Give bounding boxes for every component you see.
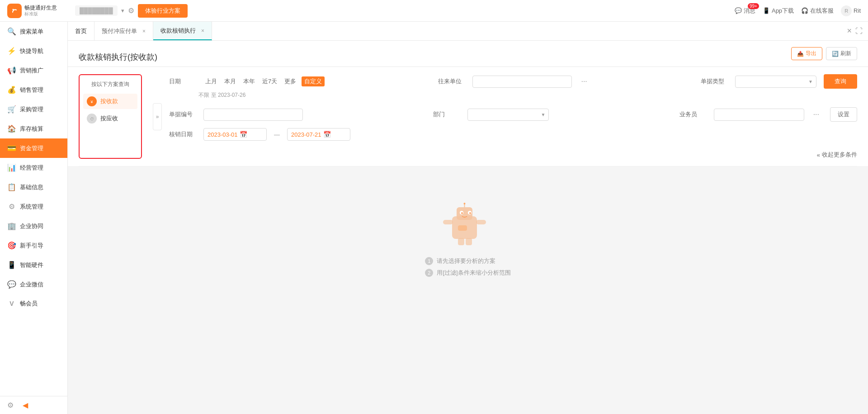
sidebar-label: 系统管理 — [20, 203, 43, 211]
enterprise-icon: 🏢 — [7, 222, 16, 230]
sidebar-item-sales[interactable]: 💰 销售管理 — [0, 80, 67, 100]
logo-icon — [7, 4, 22, 18]
phone-icon: 📱 — [763, 7, 770, 14]
message-badge: 99+ — [748, 3, 759, 9]
sidebar-item-vip[interactable]: V 畅会员 — [0, 294, 67, 313]
tab-prepay[interactable]: 预付冲应付单 × — [94, 22, 153, 40]
export-btn[interactable]: 📤 导出 — [791, 47, 822, 60]
online-service-btn[interactable]: 🎧 在线客服 — [801, 7, 834, 15]
tab-receipt-cancel-label: 收款核销执行 — [160, 27, 196, 35]
filter-option-by-receipt[interactable]: ¥ 按收款 — [83, 94, 137, 109]
sidebar: 🔍 搜索菜单 ⚡ 快捷导航 📢 营销推广 💰 销售管理 🛒 采购管理 🏠 库存核… — [0, 22, 68, 414]
sidebar-label: 搜索菜单 — [20, 28, 43, 36]
doc-no-label: 单据编号 — [169, 110, 196, 119]
date-separator: — — [274, 131, 280, 138]
sidebar-label: 经营管理 — [20, 164, 43, 172]
online-service-label: 在线客服 — [810, 7, 834, 15]
user-info[interactable]: R Rit — [841, 5, 861, 16]
svg-rect-18 — [458, 225, 467, 231]
doc-type-select-wrap — [735, 76, 816, 88]
doc-type-select[interactable] — [735, 76, 816, 88]
date-more[interactable]: 更多 — [283, 76, 298, 86]
receivable-option-icon: ⏱ — [87, 114, 97, 124]
date-custom[interactable]: 自定义 — [302, 76, 325, 86]
dept-select[interactable] — [467, 109, 549, 121]
calendar-end-icon: 📅 — [323, 131, 331, 138]
settings-icon[interactable]: ⚙ — [7, 401, 14, 409]
filter-row-1: 日期 上月 本月 本年 近7天 更多 自定义 往来单位 ··· — [169, 74, 857, 89]
date-last-month[interactable]: 上月 — [203, 76, 219, 86]
tab-receipt-cancel-close[interactable]: × — [201, 28, 204, 34]
filter-sidebar: 按以下方案查询 ¥ 按收款 ⏱ 按应收 — [79, 74, 142, 159]
salesperson-dots-btn[interactable]: ··· — [813, 110, 819, 119]
top-bar-right: 💬 消息 99+ 📱 App下载 🎧 在线客服 R Rit — [735, 5, 861, 16]
svg-text:⏱: ⏱ — [90, 117, 94, 121]
company-name: ████████ — [75, 5, 118, 16]
wechat-icon: 💬 — [7, 280, 16, 289]
verify-date-label: 核销日期 — [169, 130, 196, 138]
tab-home[interactable]: 首页 — [68, 22, 94, 40]
doc-type-label: 单据类型 — [701, 77, 728, 86]
partner-dots-btn[interactable]: ··· — [581, 77, 587, 86]
industry-btn[interactable]: 体验行业方案 — [138, 4, 188, 18]
tab-bar-actions: × ⛶ — [841, 22, 868, 40]
tab-receipt-cancel[interactable]: 收款核销执行 × — [153, 22, 212, 40]
sidebar-item-marketing[interactable]: 📢 营销推广 — [0, 61, 67, 80]
tab-home-label: 首页 — [75, 27, 87, 35]
sidebar-item-search-menu[interactable]: 🔍 搜索菜单 — [0, 22, 67, 41]
top-bar: 畅捷通好生意 标准版 ████████ ▾ ⚙ 体验行业方案 💬 消息 99+ … — [0, 0, 868, 22]
operations-icon: 📊 — [7, 163, 16, 172]
sidebar-item-finance[interactable]: 💳 资金管理 — [0, 138, 67, 158]
sidebar-item-system[interactable]: ⚙ 系统管理 — [0, 197, 67, 216]
page-content: 收款核销执行(按收款) 📤 导出 🔄 刷新 按以下方案查询 — [68, 41, 868, 414]
sidebar-item-wechat[interactable]: 💬 企业微信 — [0, 275, 67, 294]
svg-point-10 — [461, 212, 463, 214]
app-download-btn[interactable]: 📱 App下载 — [763, 7, 794, 15]
refresh-btn[interactable]: 🔄 刷新 — [826, 47, 857, 60]
purchase-icon: 🛒 — [7, 105, 16, 114]
sidebar-item-enterprise[interactable]: 🏢 企业协同 — [0, 216, 67, 236]
date-this-month[interactable]: 本月 — [222, 76, 238, 86]
partner-label: 往来单位 — [438, 77, 465, 86]
page-header-actions: 📤 导出 🔄 刷新 — [791, 47, 857, 67]
sidebar-item-operations[interactable]: 📊 经营管理 — [0, 158, 67, 177]
sidebar-label: 畅会员 — [20, 300, 38, 308]
filter-option-by-receivable[interactable]: ⏱ 按应收 — [83, 111, 137, 126]
sidebar-bottom: ⚙ ◀ — [0, 396, 67, 414]
collapse-more-btn[interactable]: « 收起更多条件 — [817, 151, 857, 159]
verify-date-start[interactable]: 2023-03-01 📅 — [203, 128, 267, 141]
salesperson-label: 业务员 — [679, 110, 707, 119]
date-7days[interactable]: 近7天 — [260, 76, 279, 86]
filter-sidebar-collapse-btn[interactable]: » — [153, 103, 162, 130]
sidebar-item-guide[interactable]: 🎯 新手引导 — [0, 236, 67, 255]
partner-input[interactable] — [472, 76, 572, 88]
sidebar-item-hardware[interactable]: 📱 智能硬件 — [0, 255, 67, 275]
dropdown-icon[interactable]: ▾ — [121, 7, 124, 14]
tab-prepay-close[interactable]: × — [142, 28, 146, 34]
sidebar-item-basic-info[interactable]: 📋 基础信息 — [0, 177, 67, 197]
sidebar-item-quick-nav[interactable]: ⚡ 快捷导航 — [0, 41, 67, 61]
export-icon: 📤 — [797, 51, 804, 57]
tip-num-1: 1 — [425, 257, 433, 265]
verify-date-end[interactable]: 2023-07-21 📅 — [287, 128, 350, 141]
query-btn[interactable]: 查询 — [824, 74, 857, 89]
sidebar-collapse-icon[interactable]: ◀ — [23, 401, 28, 409]
tab-close-all-icon[interactable]: × — [847, 26, 852, 36]
hardware-icon: 📱 — [7, 261, 16, 269]
sidebar-item-inventory[interactable]: 🏠 库存核算 — [0, 119, 67, 138]
filter-sidebar-title: 按以下方案查询 — [83, 81, 137, 88]
date-this-year[interactable]: 本年 — [241, 76, 257, 86]
page-header: 收款核销执行(按收款) 📤 导出 🔄 刷新 — [68, 41, 868, 67]
finance-icon: 💳 — [7, 144, 16, 152]
doc-no-input[interactable] — [203, 109, 303, 121]
guide-icon: 🎯 — [7, 241, 16, 250]
tab-expand-icon[interactable]: ⛶ — [855, 27, 863, 35]
app-logo: 畅捷通好生意 标准版 — [7, 4, 71, 18]
message-btn[interactable]: 💬 消息 99+ — [735, 7, 755, 15]
app-name: 畅捷通好生意 — [24, 5, 57, 11]
sidebar-item-purchase[interactable]: 🛒 采购管理 — [0, 100, 67, 119]
setting-btn[interactable]: 设置 — [830, 107, 857, 122]
user-avatar: R — [841, 5, 852, 16]
gear-icon[interactable]: ⚙ — [128, 6, 134, 15]
salesperson-input[interactable] — [714, 109, 804, 121]
